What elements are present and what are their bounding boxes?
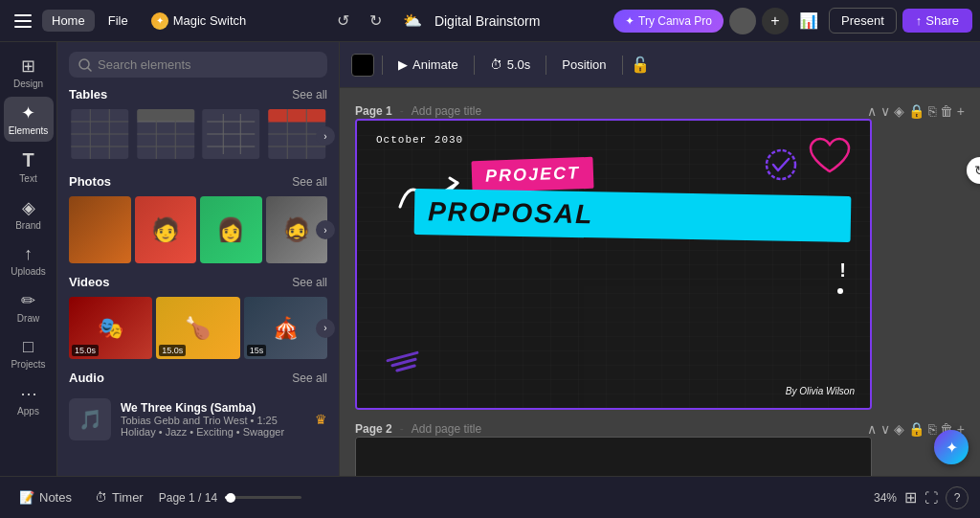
- file-label: File: [108, 13, 128, 28]
- video-duration-2: 15.0s: [159, 345, 186, 356]
- help-button[interactable]: ?: [946, 486, 969, 509]
- share-button[interactable]: ↑ Share: [902, 9, 972, 33]
- videos-title: Videos: [69, 275, 109, 289]
- tables-scroll-right[interactable]: ›: [316, 126, 335, 146]
- page-2-duplicate[interactable]: ⎘: [928, 421, 936, 437]
- tables-title: Tables: [69, 87, 107, 101]
- photos-header: Photos See all: [69, 174, 327, 189]
- duration-button[interactable]: ⏱ 5.0s: [482, 54, 539, 76]
- photo-thumb-1[interactable]: [69, 196, 131, 263]
- timer-button[interactable]: ⏱ Timer: [87, 486, 151, 508]
- svg-rect-12: [137, 109, 194, 122]
- page-2-animate[interactable]: ◈: [894, 421, 904, 437]
- sidebar-item-projects[interactable]: □ Projects: [4, 331, 54, 375]
- add-collaborator-button[interactable]: +: [762, 8, 789, 34]
- ai-assistant-button[interactable]: ✦: [934, 430, 969, 464]
- sidebar-item-brand[interactable]: ◈ Brand: [4, 191, 54, 236]
- photos-scroll-right[interactable]: ›: [316, 220, 335, 239]
- stats-button[interactable]: 📊: [794, 7, 823, 35]
- videos-scroll-right[interactable]: ›: [316, 319, 335, 338]
- photo-thumb-2[interactable]: 🧑: [135, 196, 197, 263]
- audio-header: Audio See all: [69, 371, 327, 385]
- sidebar-item-design[interactable]: ⊞ Design: [4, 50, 54, 95]
- projects-icon: □: [23, 337, 33, 357]
- slide-date: October 2030: [376, 134, 463, 146]
- clock-icon: ⏱: [490, 57, 502, 72]
- magic-switch-button[interactable]: ✦ Magic Switch: [142, 9, 256, 34]
- video-duration-3: 15s: [247, 345, 267, 356]
- audio-title: Audio: [69, 371, 104, 385]
- notes-button[interactable]: 📝 Notes: [11, 486, 79, 508]
- search-input[interactable]: [98, 57, 318, 72]
- video-duration-1: 15.0s: [72, 345, 99, 356]
- menu-button[interactable]: [8, 6, 38, 36]
- page-1-add[interactable]: +: [957, 103, 965, 119]
- page-2-lock[interactable]: 🔒: [908, 421, 924, 437]
- photo-thumb-3[interactable]: 👩: [200, 196, 262, 263]
- search-icon: [78, 58, 92, 72]
- position-button[interactable]: Position: [554, 54, 613, 76]
- video-thumb-3[interactable]: 🎪 15s: [244, 297, 327, 359]
- canva-star-icon: ✦: [625, 14, 635, 28]
- format-toolbar: ▶ Animate ⏱ 5.0s Position 🔓: [340, 42, 980, 88]
- page-1-number: Page 1: [355, 104, 392, 118]
- page-1-delete[interactable]: 🗑: [940, 103, 953, 119]
- page-1-animate[interactable]: ◈: [894, 103, 904, 119]
- undo-button[interactable]: ↺: [329, 7, 358, 35]
- color-picker[interactable]: [351, 54, 374, 77]
- sidebar-item-draw[interactable]: ✏ Draw: [4, 284, 54, 329]
- page-1-lock[interactable]: 🔒: [908, 103, 924, 119]
- svg-rect-0: [14, 14, 32, 16]
- slide-1-frame[interactable]: October 2030 PROJECT: [355, 119, 872, 410]
- expand-button[interactable]: ⛶: [924, 490, 938, 506]
- table-thumb-1[interactable]: [69, 109, 131, 163]
- toolbar-separator-4: [622, 56, 623, 75]
- page-2-down[interactable]: ∨: [880, 421, 890, 437]
- search-input-wrap[interactable]: [69, 52, 327, 78]
- animate-button[interactable]: ▶ Animate: [390, 54, 466, 76]
- redo-button[interactable]: ↻: [362, 7, 390, 35]
- page-info: Page 1 / 14: [159, 491, 301, 505]
- grid-view-button[interactable]: ⊞: [904, 488, 917, 507]
- tables-header: Tables See all: [69, 87, 327, 101]
- try-canva-button[interactable]: ✦ Try Canva Pro: [613, 10, 724, 33]
- toolbar-separator-1: [382, 56, 383, 75]
- video-thumb-2[interactable]: 🍗 15.0s: [156, 297, 239, 359]
- table-thumb-3[interactable]: [200, 109, 262, 163]
- progress-dot: [226, 493, 235, 503]
- slide-2-frame[interactable]: [355, 437, 872, 476]
- zoom-level: 34%: [874, 491, 897, 505]
- page-1-duplicate[interactable]: ⎘: [928, 103, 936, 119]
- user-avatar[interactable]: [729, 8, 756, 34]
- cloud-save-button[interactable]: ⛅: [398, 7, 427, 35]
- home-button[interactable]: Home: [42, 10, 95, 32]
- page-1-down[interactable]: ∨: [880, 103, 890, 119]
- page-2-add-title[interactable]: Add page title: [412, 422, 481, 436]
- video-thumb-1[interactable]: 🎭 15.0s: [69, 297, 152, 359]
- lock-icon[interactable]: 🔓: [631, 56, 650, 74]
- sidebar-item-uploads[interactable]: ↑ Uploads: [4, 238, 54, 282]
- file-button[interactable]: File: [99, 10, 138, 32]
- table-thumb-2[interactable]: [135, 109, 197, 163]
- page-2-container: Page 2 - Add page title ∧ ∨ ◈ 🔒 ⎘ 🗑 +: [355, 421, 965, 476]
- page-1-actions: ∧ ∨ ◈ 🔒 ⎘ 🗑 +: [867, 103, 965, 119]
- page-2-up[interactable]: ∧: [867, 421, 877, 437]
- audio-item-1[interactable]: 🎵 We Three Kings (Samba) Tobias Gebb and…: [69, 393, 327, 446]
- photos-see-all[interactable]: See all: [292, 175, 327, 189]
- svg-rect-25: [268, 109, 325, 122]
- sidebar-item-text[interactable]: T Text: [4, 144, 54, 190]
- page-progress-bar[interactable]: [225, 496, 301, 499]
- canvas-scroll: Page 1 - Add page title ∧ ∨ ◈ 🔒 ⎘ 🗑 +: [340, 88, 980, 476]
- audio-see-all[interactable]: See all: [292, 372, 327, 385]
- refresh-button[interactable]: ↻: [967, 157, 980, 184]
- page-2-label: Page 2 - Add page title ∧ ∨ ◈ 🔒 ⎘ 🗑 +: [355, 421, 965, 437]
- page-1-add-title[interactable]: Add page title: [412, 104, 481, 118]
- sidebar-item-elements[interactable]: ✦ Elements: [4, 97, 54, 142]
- present-button[interactable]: Present: [829, 8, 897, 34]
- draw-icon: ✏: [21, 290, 35, 311]
- sidebar-item-apps[interactable]: ⋯ Apps: [4, 377, 54, 422]
- page-1-up[interactable]: ∧: [867, 103, 877, 119]
- tables-see-all[interactable]: See all: [292, 88, 327, 101]
- page-2-separator: -: [400, 422, 404, 436]
- videos-see-all[interactable]: See all: [292, 276, 327, 289]
